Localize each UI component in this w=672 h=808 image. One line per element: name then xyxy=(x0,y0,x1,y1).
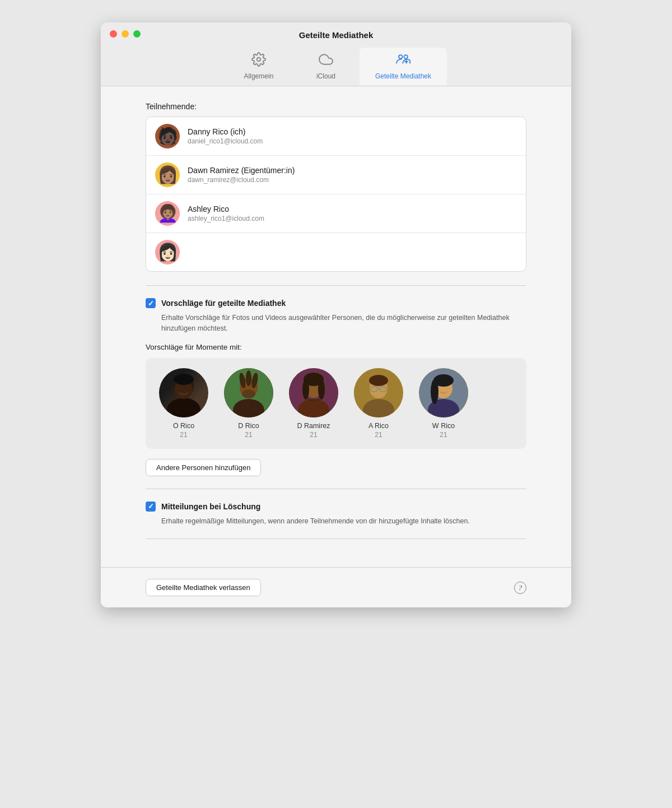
svg-point-0 xyxy=(257,58,261,62)
main-content: Teilnehmende: 🧑🏿 Danny Rico (ich) daniel… xyxy=(101,86,571,567)
section-divider-1 xyxy=(146,285,526,286)
svg-point-33 xyxy=(431,379,438,404)
suggestions-checkbox-label: Vorschläge für geteilte Mediathek xyxy=(161,299,286,308)
person-name: O Rico xyxy=(173,422,194,430)
help-button[interactable]: ? xyxy=(514,582,526,594)
window-controls xyxy=(110,30,141,38)
avatar: 🧑🏿 xyxy=(155,124,180,148)
tab-allgemein[interactable]: Allgemein xyxy=(225,48,292,86)
avatar: 👩🏽‍🦱 xyxy=(155,201,180,226)
tab-geteilte-mediathek[interactable]: Geteilte Mediathek xyxy=(360,48,447,86)
deletion-checkbox-label: Mitteilungen bei Löschung xyxy=(161,502,260,511)
suggestions-description: Erhalte Vorschläge für Fotos und Videos … xyxy=(161,313,526,334)
cloud-icon xyxy=(319,52,333,70)
participant-email: dawn_ramirez@icloud.com xyxy=(188,176,295,184)
settings-window: Geteilte Mediathek Allgemein iC xyxy=(101,22,571,607)
svg-point-6 xyxy=(167,398,200,417)
participants-list: 🧑🏿 Danny Rico (ich) daniel_rico1@icloud.… xyxy=(146,117,526,272)
svg-point-8 xyxy=(174,374,194,385)
participant-email: daniel_rico1@icloud.com xyxy=(188,137,263,145)
svg-point-14 xyxy=(246,370,251,386)
people-grid: O Rico 21 xyxy=(156,368,516,439)
suggestions-checkbox[interactable]: ✓ xyxy=(146,298,156,308)
avatar: 👩🏽 xyxy=(155,162,180,187)
table-row: 👩🏽‍🦱 Ashley Rico ashley_rico1@icloud.com xyxy=(146,194,526,233)
person-photo xyxy=(289,368,338,417)
person-name: W Rico xyxy=(432,422,455,430)
participant-name: Dawn Ramirez (Eigentümer:in) xyxy=(188,166,295,175)
svg-point-28 xyxy=(369,375,388,386)
table-row: 👩🏽 Dawn Ramirez (Eigentümer:in) dawn_ram… xyxy=(146,156,526,194)
list-item[interactable]: A Rico 21 xyxy=(351,368,407,439)
moments-label: Vorschläge für Momente mit: xyxy=(146,343,526,351)
gear-icon xyxy=(251,52,266,70)
svg-point-20 xyxy=(302,379,309,400)
add-persons-button[interactable]: Andere Personen hinzufügen xyxy=(146,459,261,476)
tab-icloud-label: iCloud xyxy=(316,72,335,80)
person-name: D Ramirez xyxy=(297,422,330,430)
person-photo xyxy=(159,368,208,417)
footer-bar: Geteilte Mediathek verlassen ? xyxy=(101,567,571,607)
people-grid-container: O Rico 21 xyxy=(146,358,526,449)
person-count: 21 xyxy=(180,431,187,439)
person-photo xyxy=(224,368,273,417)
person-photo xyxy=(419,368,468,417)
participants-label: Teilnehmende: xyxy=(146,102,526,111)
list-item[interactable]: D Ramirez 21 xyxy=(286,368,342,439)
table-row: 👩🏻 xyxy=(146,233,526,271)
leave-library-button[interactable]: Geteilte Mediathek verlassen xyxy=(146,579,261,596)
deletion-description: Erhalte regelmäßige Mitteilungen, wenn a… xyxy=(161,516,526,527)
person-name: A Rico xyxy=(368,422,389,430)
person-count: 21 xyxy=(245,431,252,439)
maximize-button[interactable] xyxy=(133,30,141,38)
checkmark-icon: ✓ xyxy=(148,300,154,307)
person-count: 21 xyxy=(310,431,317,439)
deletion-checkbox-row: ✓ Mitteilungen bei Löschung xyxy=(146,501,526,512)
deletion-checkbox[interactable]: ✓ xyxy=(146,501,156,512)
participant-email: ashley_rico1@icloud.com xyxy=(188,215,264,222)
participant-name: Ashley Rico xyxy=(188,205,264,213)
svg-point-2 xyxy=(404,55,408,59)
avatar: 👩🏻 xyxy=(155,240,180,264)
list-item[interactable]: D Rico 21 xyxy=(221,368,277,439)
person-photo xyxy=(354,368,403,417)
tab-allgemein-label: Allgemein xyxy=(244,72,274,80)
minimize-button[interactable] xyxy=(122,30,129,38)
help-icon: ? xyxy=(519,583,522,592)
person-count: 21 xyxy=(440,431,447,439)
person-count: 21 xyxy=(375,431,382,439)
window-title: Geteilte Mediathek xyxy=(299,30,374,40)
svg-point-12 xyxy=(242,389,255,398)
list-item[interactable]: W Rico 21 xyxy=(416,368,472,439)
tab-geteilte-mediathek-label: Geteilte Mediathek xyxy=(375,72,431,80)
title-bar: Geteilte Mediathek Allgemein iC xyxy=(101,22,571,86)
section-divider-3 xyxy=(146,538,526,539)
tab-icloud[interactable]: iCloud xyxy=(292,48,360,86)
participant-name: Danny Rico (ich) xyxy=(188,127,263,136)
checkmark-icon: ✓ xyxy=(148,503,154,510)
suggestions-checkbox-row: ✓ Vorschläge für geteilte Mediathek xyxy=(146,298,526,308)
list-item[interactable]: O Rico 21 xyxy=(156,368,212,439)
tab-bar: Allgemein iCloud xyxy=(225,48,447,86)
close-button[interactable] xyxy=(110,30,117,38)
svg-point-1 xyxy=(399,55,403,59)
people-icon xyxy=(396,52,410,70)
svg-point-21 xyxy=(318,379,325,400)
section-divider-2 xyxy=(146,489,526,489)
table-row: 🧑🏿 Danny Rico (ich) daniel_rico1@icloud.… xyxy=(146,117,526,156)
person-name: D Rico xyxy=(238,422,259,430)
